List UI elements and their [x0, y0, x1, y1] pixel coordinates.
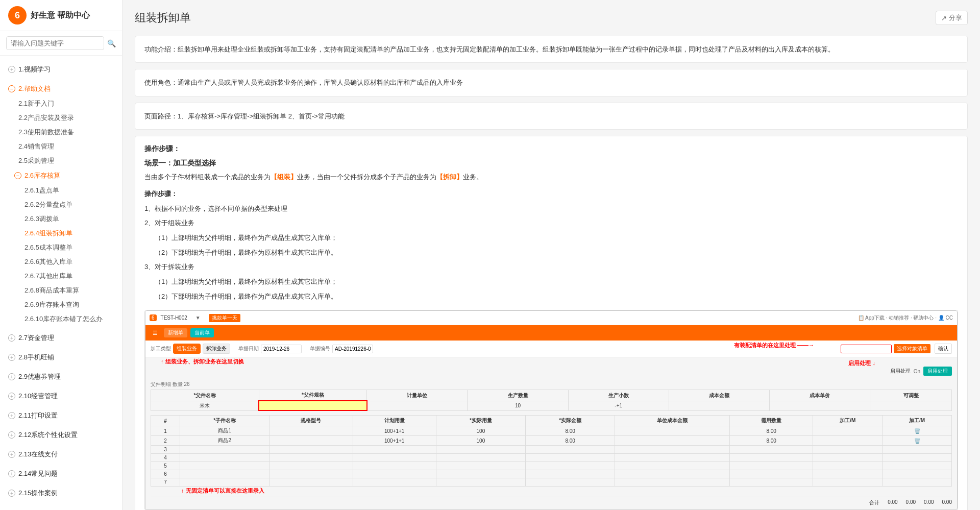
sidebar-item-ledger-error[interactable]: 2.6.10库存账本错了怎么办 [0, 312, 122, 326]
search-box: 🔍 [0, 31, 122, 56]
sidebar-item-label: 2.9优惠券管理 [18, 372, 61, 381]
minus-icon: − [8, 85, 15, 92]
sc-lth-no: # [151, 416, 180, 426]
sc-th-adj: 可调整 [870, 390, 952, 401]
sc-confirm-btn[interactable]: 确认 [935, 344, 952, 354]
step3-2-text: （2）下部明细为子件明细，最终作为产成品生成其它入库单。 [155, 290, 958, 303]
sidebar-item-install[interactable]: 2.2产品安装及登录 [0, 111, 122, 125]
sc-lth-unit-cost: 单位成本金额 [615, 416, 730, 426]
sc-th-qty: 生产数量 [468, 390, 568, 401]
sidebar-item-inventory[interactable]: − 2.6库存核算 [0, 168, 122, 183]
sc-total-4: 0.00 [942, 499, 952, 506]
screenshot-replica: 6 TEST-H002 ▼ 挑款单一天 📋 App下载 · 动销推荐 · 帮助中… [145, 310, 958, 510]
sc-enable-row: 启用处理 ↓ 启用处理 On 启用处理 [145, 357, 957, 378]
sc-form-area: 加工类型 组装业务 拆卸业务 单据日期 单据编号 [145, 341, 957, 357]
plus-icon-mobile: + [8, 354, 15, 361]
intro-section-1: 功能介绍：组装拆卸单用来处理企业组装或拆卸等加工业务，支持有固定装配清单的产品加… [135, 36, 968, 63]
scenario-desc: 当由多个子件材料组装成一个成品的业务为【组装】业务，当由一个父件拆分成多个子产品… [144, 171, 958, 184]
sidebar-item-transfer[interactable]: 2.6.3调拨单 [0, 212, 122, 226]
sc-nav-current[interactable]: 当前单 [190, 328, 214, 337]
sc-company: TEST-H002 [161, 315, 187, 321]
sc-bill-label: 单据编号 [310, 345, 330, 352]
nav-section-video: + 1.视频学习 [0, 60, 122, 79]
sc-th-cost: 成本金额 [669, 390, 769, 401]
sidebar-item-cost-adjust[interactable]: 2.6.5成本调整单 [0, 240, 122, 255]
sidebar-item-label: 2.15操作案例 [18, 489, 58, 498]
nav-section-faq: + 2.14常见问题 [0, 464, 122, 483]
nav-section-cases: + 2.15操作案例 [0, 483, 122, 503]
sidebar-item-other-in[interactable]: 2.6.6其他入库单 [0, 255, 122, 269]
sc-lower-row-1: 1 商品1 100+1+1 100 8.00 8.00 🗑️ [151, 426, 952, 436]
nav-section-help: − 2.帮助文档 2.1新手入门 2.2产品安装及登录 2.3使用前数据准备 2… [0, 79, 122, 328]
search-input[interactable] [6, 36, 104, 50]
sidebar-item-mobile[interactable]: + 2.8手机旺铺 [0, 350, 122, 365]
sidebar-item-ops[interactable]: + 2.10经营管理 [0, 388, 122, 404]
sidebar-item-coupon[interactable]: + 2.9优惠券管理 [0, 369, 122, 384]
sc-lower-row-5: 5 [151, 462, 952, 470]
sc-select-bom-btn[interactable]: 选择对象清单 [894, 344, 930, 353]
sc-upper-title: 父件明细 数量 26 [151, 381, 952, 388]
sc-th-parent-spec: *父件规格 [259, 390, 367, 401]
nav-section-payment: + 2.13在线支付 [0, 445, 122, 464]
sc-field-action: 选择对象清单 确认 [841, 344, 952, 354]
share-button[interactable]: ↗ 分享 [936, 11, 968, 25]
sidebar-item-cases[interactable]: + 2.15操作案例 [0, 485, 122, 501]
sidebar-item-partial-stock[interactable]: 2.6.2分量盘点单 [0, 198, 122, 212]
assemble-label: 【组装】 [271, 173, 297, 181]
sc-enable-label: 启用处理 [890, 368, 911, 375]
plus-icon-ops: + [8, 393, 15, 400]
share-icon: ↗ [941, 14, 947, 22]
sc-total-3: 0.00 [924, 499, 934, 506]
sidebar-item-cost-recalc[interactable]: 2.6.8商品成本重算 [0, 283, 122, 298]
sc-enable-btn[interactable]: 启用处理 [923, 367, 952, 376]
search-button[interactable]: 🔍 [107, 39, 116, 47]
sidebar-item-video[interactable]: + 1.视频学习 [0, 62, 122, 77]
step2-text: 2、对于组装业务 [144, 217, 958, 230]
sc-field-date: 单据日期 [238, 345, 302, 353]
path-text: 页面路径：1、库存核算->库存管理->组装拆卸单 2、首页->常用功能 [144, 112, 345, 120]
plus-icon-coupon: + [8, 373, 15, 380]
plus-icon-faq: + [8, 470, 15, 477]
sidebar-item-help[interactable]: − 2.帮助文档 [0, 81, 122, 96]
sidebar: 6 好生意 帮助中心 🔍 + 1.视频学习 − 2.帮助文档 2.1新手入门 2… [0, 0, 122, 510]
sc-bill-input[interactable] [332, 345, 373, 353]
sc-icons: 📋 App下载 · 动销推荐 · 帮助中心 · 👤 CC [858, 314, 953, 322]
sc-upper-cell-name: 米木 [151, 401, 259, 410]
sc-lth-needed: 需用数量 [730, 416, 813, 426]
sc-lth-ops: 加工/M [883, 416, 952, 426]
sidebar-item-finance[interactable]: + 2.7资金管理 [0, 330, 122, 346]
sidebar-item-purchase[interactable]: 2.5采购管理 [0, 154, 122, 168]
sc-lower-row-7: 7 [151, 478, 952, 487]
sidebar-item-ledger[interactable]: 2.6.9库存账本查询 [0, 298, 122, 312]
sidebar-item-faq[interactable]: + 2.14常见问题 [0, 466, 122, 481]
sc-enable-value: On [914, 369, 920, 374]
path-section: 页面路径：1、库存核算->库存管理->组装拆卸单 2、首页->常用功能 [135, 103, 968, 130]
sidebar-item-other-out[interactable]: 2.6.7其他出库单 [0, 269, 122, 283]
page-title: 组装拆卸单 [135, 10, 191, 26]
sc-main-btn: 挑款单一天 [209, 314, 240, 322]
nav-section-print: + 2.11打印设置 [0, 406, 122, 425]
sc-nav-new[interactable]: 新增单 [164, 328, 187, 337]
sidebar-item-payment[interactable]: + 2.13在线支付 [0, 447, 122, 462]
sidebar-item-label: 2.10经营管理 [18, 392, 58, 401]
sc-th-unit: 计量单位 [367, 390, 468, 401]
ops-section: 操作步骤： 场景一：加工类型选择 当由多个子件材料组装成一个成品的业务为【组装】… [135, 136, 968, 510]
sidebar-item-beginner[interactable]: 2.1新手入门 [0, 96, 122, 111]
sc-upper-table: *父件名称 *父件规格 计量单位 生产数量 生产小数 成本金额 成本单价 可调整 [151, 390, 952, 411]
sc-type-disassemble[interactable]: 拆卸业务 [203, 344, 230, 354]
sidebar-item-label: 2.7资金管理 [18, 333, 54, 343]
sc-date-label: 单据日期 [238, 345, 259, 352]
sidebar-item-sales[interactable]: 2.4销售管理 [0, 139, 122, 154]
sc-lower-row-2: 2 商品2 100+1+1 100 8.00 8.00 🗑️ [151, 436, 952, 446]
sc-bom-input[interactable] [841, 345, 892, 353]
sidebar-item-label: 2.8手机旺铺 [18, 353, 54, 362]
sc-lth-spec: 规格型号 [270, 416, 353, 426]
sc-date-input[interactable] [261, 345, 302, 353]
sidebar-item-assembly[interactable]: 2.6.4组装拆卸单 [0, 226, 122, 240]
sidebar-item-print[interactable]: + 2.11打印设置 [0, 408, 122, 423]
annotation-direct: ↑ 无固定清单可以直接在这里录入 [181, 487, 264, 495]
sidebar-item-custom[interactable]: + 2.12系统个性化设置 [0, 427, 122, 443]
sc-type-assemble[interactable]: 组装业务 [173, 344, 201, 354]
sidebar-item-data-prep[interactable]: 2.3使用前数据准备 [0, 125, 122, 139]
sidebar-item-stocktake[interactable]: 2.6.1盘点单 [0, 183, 122, 198]
